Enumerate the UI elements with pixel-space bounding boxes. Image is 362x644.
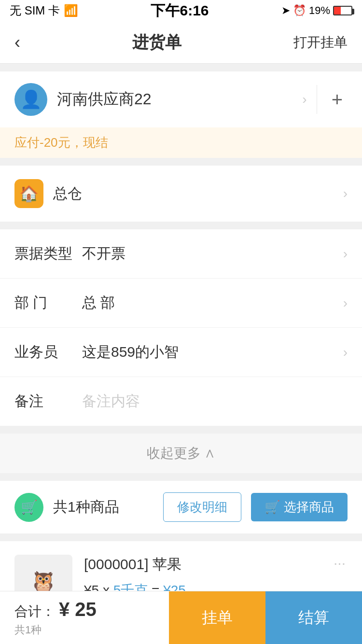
remark-placeholder: 备注内容 <box>82 392 348 411</box>
bottom-bar: 合计： ¥ 25 共1种 挂单 结算 <box>0 591 362 644</box>
notice-text: 应付-20元，现结 <box>14 135 108 150</box>
product-more-button[interactable]: ··· <box>332 555 348 571</box>
total-amount: ¥ 25 <box>59 599 97 620</box>
warehouse-icon: 🏠 <box>19 184 39 203</box>
hang-order-button[interactable]: 挂单 <box>169 591 265 644</box>
supplier-avatar: 👤 <box>14 83 47 116</box>
checkout-button[interactable]: 结算 <box>265 591 362 644</box>
warehouse-icon-bg: 🏠 <box>14 179 43 208</box>
alarm-icon: ⏰ <box>293 4 306 17</box>
supplier-main: 👤 河南供应商22 › <box>14 83 307 116</box>
location-icon: ➤ <box>281 4 290 17</box>
status-right: ➤ ⏰ 19% <box>281 4 352 17</box>
chevron-right-icon-dept: › <box>343 295 348 311</box>
chevron-right-icon-invoice: › <box>343 246 348 262</box>
product-name: [0000001] 苹果 <box>84 555 320 574</box>
salesperson-label: 业务员 <box>14 342 82 362</box>
warehouse-row[interactable]: 🏠 总仓 › <box>0 166 362 222</box>
remark-label: 备注 <box>14 392 82 411</box>
department-value: 总 部 <box>82 293 343 313</box>
add-supplier-button[interactable]: + <box>327 89 348 111</box>
battery-percent: 19% <box>309 4 330 17</box>
warehouse-section: 🏠 总仓 › <box>0 166 362 222</box>
open-hang-button[interactable]: 打开挂单 <box>293 33 348 52</box>
supplier-name: 河南供应商22 <box>57 89 152 110</box>
total-area: 合计： ¥ 25 共1种 <box>0 591 169 644</box>
department-row[interactable]: 部 门 总 部 › <box>0 279 362 328</box>
total-sub: 共1种 <box>14 623 154 637</box>
invoice-type-value: 不开票 <box>82 244 343 264</box>
divider-top <box>0 64 362 71</box>
collapse-toggle[interactable]: 收起更多 ∧ <box>0 434 362 473</box>
total-label: 合计： <box>14 602 55 621</box>
status-left: 无 SIM 卡 📶 <box>10 3 78 18</box>
supplier-section: 👤 河南供应商22 › + 应付-20元，现结 <box>0 71 362 158</box>
select-product-label: 选择商品 <box>284 499 334 516</box>
warehouse-label: 总仓 <box>53 184 343 204</box>
supplier-divider <box>317 85 317 114</box>
battery-icon <box>333 6 352 15</box>
invoice-type-label: 票据类型 <box>14 244 82 264</box>
chevron-right-icon: › <box>302 92 306 107</box>
nav-bar: ‹ 进货单 打开挂单 <box>0 21 362 64</box>
select-product-icon: 🛒 <box>265 500 280 515</box>
sim-label: 无 SIM 卡 <box>10 3 60 18</box>
remark-row[interactable]: 备注 备注内容 <box>0 377 362 426</box>
status-bar: 无 SIM 卡 📶 下午6:16 ➤ ⏰ 19% <box>0 0 362 21</box>
cart-icon: 🛒 <box>14 493 43 522</box>
salesperson-value: 这是859的小智 <box>82 342 343 362</box>
wifi-icon: 📶 <box>64 4 78 17</box>
select-product-button[interactable]: 🛒 选择商品 <box>251 493 348 521</box>
form-section: 票据类型 不开票 › 部 门 总 部 › 业务员 这是859的小智 › 备注 备… <box>0 229 362 426</box>
edit-detail-button[interactable]: 修改明细 <box>163 492 241 522</box>
chevron-right-icon-sales: › <box>343 345 348 360</box>
salesperson-row[interactable]: 业务员 这是859的小智 › <box>0 328 362 377</box>
total-label-row: 合计： ¥ 25 <box>14 599 154 621</box>
department-label: 部 门 <box>14 293 82 313</box>
notice-bar: 应付-20元，现结 <box>0 127 362 158</box>
status-time: 下午6:16 <box>151 1 209 21</box>
invoice-type-row[interactable]: 票据类型 不开票 › <box>0 229 362 279</box>
page-title: 进货单 <box>132 31 181 54</box>
chevron-right-icon-warehouse: › <box>343 186 348 201</box>
back-button[interactable]: ‹ <box>14 32 20 53</box>
product-header: 🛒 共1种商品 修改明细 🛒 选择商品 <box>0 481 362 533</box>
user-icon: 👤 <box>20 89 42 110</box>
product-count: 共1种商品 <box>53 497 153 517</box>
supplier-row[interactable]: 👤 河南供应商22 › + <box>0 71 362 127</box>
cart-icon-symbol: 🛒 <box>21 499 38 515</box>
